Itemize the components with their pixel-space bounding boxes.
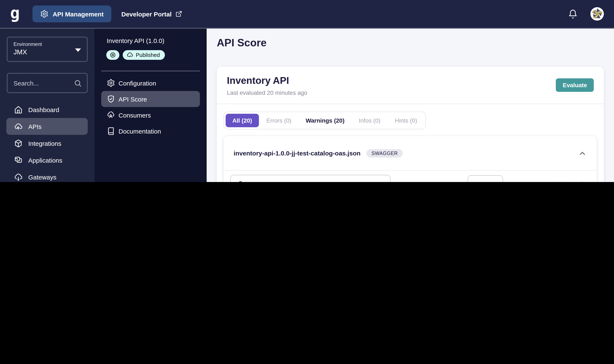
last-evaluated-text: Last evaluated 20 minutes ago xyxy=(227,89,594,96)
tab-errors[interactable]: Errors (0) xyxy=(259,114,298,127)
file-name: inventory-api-1.0.0-jj-test-catalog-oas.… xyxy=(234,150,361,157)
main-content: API Score Inventory API Last evaluated 2… xyxy=(207,29,614,182)
focus-target-icon[interactable] xyxy=(106,50,119,60)
card-title: Inventory API xyxy=(227,75,594,86)
app-window: g API Management Developer Portal Enviro… xyxy=(0,0,614,182)
gear-icon xyxy=(107,79,115,87)
file-results-card: inventory-api-1.0.0-jj-test-catalog-oas.… xyxy=(223,136,597,182)
sidebar-item-integrations[interactable]: Integrations xyxy=(6,135,88,152)
table-search xyxy=(230,175,391,182)
shield-check-icon xyxy=(107,95,115,103)
chevron-down-icon xyxy=(75,49,81,52)
developer-portal-label: Developer Portal xyxy=(122,10,172,17)
user-avatar[interactable] xyxy=(590,7,604,21)
items-per-page-select[interactable]: 5 xyxy=(468,175,503,182)
sidebar-item-dashboard[interactable]: Dashboard xyxy=(6,101,88,118)
environment-value: JMX xyxy=(14,49,81,56)
tab-hints[interactable]: Hints (0) xyxy=(388,114,424,127)
environment-select[interactable]: Environment JMX xyxy=(7,37,88,62)
file-header-row: inventory-api-1.0.0-jj-test-catalog-oas.… xyxy=(223,136,597,170)
sidebar-search-input[interactable] xyxy=(14,79,74,87)
cloud-gear-icon xyxy=(14,122,23,131)
published-status-badge: Published xyxy=(123,50,165,60)
table-search-input[interactable] xyxy=(250,181,384,182)
api-nav-documentation[interactable]: Documentation xyxy=(101,123,200,139)
chevron-up-icon[interactable] xyxy=(578,149,587,157)
cloud-download-icon xyxy=(14,172,23,181)
top-bar: g API Management Developer Portal xyxy=(0,0,614,29)
tab-warnings[interactable]: Warnings (20) xyxy=(299,114,351,127)
pagination-range: 1 – 5 of 20 xyxy=(515,181,542,182)
search-icon xyxy=(74,79,82,87)
developer-portal-link[interactable]: Developer Portal xyxy=(122,10,182,17)
tab-infos[interactable]: Infos (0) xyxy=(352,114,387,127)
main-nav: Dashboard APIs Integrations Applications… xyxy=(0,101,95,182)
search-icon xyxy=(237,180,245,182)
api-nav-configuration[interactable]: Configuration xyxy=(101,75,200,91)
page-title: API Score xyxy=(217,35,604,50)
external-link-icon xyxy=(176,11,182,17)
api-title: Inventory API (1.0.0) xyxy=(107,37,207,44)
tab-all[interactable]: All (20) xyxy=(226,114,259,127)
api-management-label: API Management xyxy=(53,10,104,17)
sidebar-item-gateways[interactable]: Gateways xyxy=(6,169,88,182)
environment-label: Environment xyxy=(14,41,81,47)
published-label: Published xyxy=(136,52,160,58)
table-toolbar: Items per page: 5 1 – 5 of 20 xyxy=(223,170,597,182)
chevron-right-icon[interactable] xyxy=(578,180,587,182)
windows-icon xyxy=(14,156,23,165)
api-score-card: Inventory API Last evaluated 20 minutes … xyxy=(217,66,604,182)
api-nav: Configuration API Score Consumers Docume… xyxy=(95,75,207,139)
sidebar-item-applications[interactable]: Applications xyxy=(6,152,88,169)
api-sidebar: Inventory API (1.0.0) Published Configur… xyxy=(95,29,207,182)
notifications-bell-icon[interactable] xyxy=(568,9,578,19)
sidebar-item-apis[interactable]: APIs xyxy=(6,118,88,135)
api-nav-api-score[interactable]: API Score xyxy=(101,91,200,107)
gear-icon xyxy=(40,10,49,18)
api-management-button[interactable]: API Management xyxy=(32,5,111,22)
home-icon xyxy=(14,105,23,114)
cloud-check-icon xyxy=(126,52,133,58)
environment-sidebar: Environment JMX Dashboard APIs xyxy=(0,29,95,182)
chevron-left-icon[interactable] xyxy=(555,180,564,182)
card-header: Inventory API Last evaluated 20 minutes … xyxy=(217,66,604,104)
cloud-user-icon xyxy=(107,111,115,119)
sidebar-search xyxy=(7,73,88,93)
book-icon xyxy=(107,127,115,135)
divider xyxy=(101,71,200,71)
cube-icon xyxy=(14,139,23,148)
format-chip: SWAGGER xyxy=(367,149,403,157)
gravitee-logo: g xyxy=(10,5,20,21)
items-per-page-label: Items per page: xyxy=(424,181,464,182)
severity-tabs: All (20) Errors (0) Warnings (20) Infos … xyxy=(223,112,426,129)
api-nav-consumers[interactable]: Consumers xyxy=(101,107,200,123)
evaluate-button[interactable]: Evaluate xyxy=(556,78,594,92)
